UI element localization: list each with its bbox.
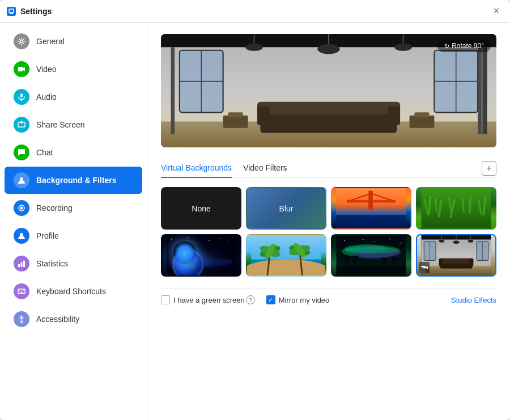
svg-rect-18 — [19, 291, 20, 292]
svg-point-77 — [219, 238, 220, 239]
help-icon[interactable]: ? — [246, 295, 255, 304]
tab-video-filters[interactable]: Video Filters — [243, 159, 287, 178]
svg-rect-44 — [257, 102, 400, 114]
svg-point-97 — [363, 239, 364, 240]
sidebar-item-audio[interactable]: Audio — [5, 83, 142, 111]
settings-window: Settings × General — [0, 0, 510, 420]
svg-point-122 — [439, 240, 444, 243]
keyboard-icon — [14, 283, 29, 299]
general-icon — [14, 33, 29, 49]
sidebar-label-chat: Chat — [36, 148, 53, 157]
svg-rect-127 — [439, 259, 443, 266]
bg-tile-tropical[interactable] — [246, 234, 326, 277]
svg-rect-51 — [478, 47, 482, 134]
tab-virtual-backgrounds[interactable]: Virtual Backgrounds — [161, 159, 232, 178]
bg-tile-space[interactable] — [161, 234, 241, 277]
sidebar-label-video: Video — [36, 65, 57, 74]
svg-rect-105 — [336, 266, 406, 275]
statistics-icon — [14, 256, 29, 271]
svg-point-74 — [180, 243, 180, 244]
bg-tile-aurora[interactable] — [331, 234, 411, 277]
add-background-button[interactable]: + — [482, 161, 496, 176]
sidebar-item-general[interactable]: General — [5, 28, 142, 55]
green-screen-label: I have a green screen — [173, 296, 245, 304]
sidebar-label-statistics: Statistics — [36, 259, 68, 268]
svg-point-22 — [21, 316, 23, 317]
svg-rect-15 — [21, 262, 23, 267]
svg-point-12 — [20, 207, 23, 210]
recording-icon — [14, 200, 29, 216]
sidebar-label-share: Share Screen — [36, 120, 85, 129]
profile-icon — [14, 228, 29, 244]
svg-point-36 — [317, 44, 339, 54]
chat-icon — [14, 145, 29, 160]
svg-point-96 — [344, 240, 345, 241]
sidebar-item-statistics[interactable]: Statistics — [5, 250, 142, 277]
bg-tile-blur[interactable]: Blur — [246, 187, 326, 230]
sidebar-label-background: Background & Filters — [36, 176, 117, 185]
svg-rect-46 — [388, 106, 400, 125]
svg-point-73 — [171, 239, 172, 240]
svg-rect-56 — [336, 215, 406, 228]
sidebar-item-recording[interactable]: Recording — [5, 194, 142, 222]
bg-tile-room[interactable] — [416, 234, 496, 277]
app-icon — [7, 7, 16, 16]
content-area: General Video — [0, 23, 510, 420]
svg-point-80 — [181, 260, 189, 265]
svg-rect-0 — [9, 9, 14, 12]
sidebar-item-video[interactable]: Video — [5, 56, 142, 83]
svg-rect-126 — [439, 258, 474, 264]
sidebar-label-profile: Profile — [36, 231, 59, 240]
svg-point-78 — [228, 241, 228, 242]
backgrounds-grid: None Blur — [161, 187, 496, 277]
svg-rect-53 — [483, 47, 487, 134]
mirror-video-label: Mirror my video — [279, 296, 330, 304]
svg-point-99 — [389, 239, 390, 240]
sidebar-item-background[interactable]: Background & Filters — [5, 167, 142, 194]
sidebar-item-keyboard[interactable]: Keyboard Shortcuts — [5, 278, 142, 305]
sidebar-label-recording: Recording — [36, 203, 73, 213]
add-icon: + — [486, 163, 491, 173]
svg-rect-14 — [18, 264, 20, 267]
svg-point-104 — [345, 247, 398, 253]
svg-rect-5 — [18, 67, 23, 71]
svg-rect-52 — [482, 47, 483, 134]
studio-effects-link[interactable]: Studio Effects — [451, 296, 496, 304]
sidebar-item-share-screen[interactable]: Share Screen — [5, 111, 142, 138]
svg-rect-129 — [421, 266, 426, 270]
share-screen-icon — [14, 117, 29, 133]
mirror-video-checkbox-box[interactable] — [266, 295, 275, 304]
close-button[interactable]: × — [490, 5, 503, 18]
sidebar-item-accessibility[interactable]: Accessibility — [5, 306, 142, 333]
tabs-section: Virtual Backgrounds Video Filters + — [161, 159, 496, 178]
svg-point-120 — [453, 240, 459, 244]
svg-point-75 — [187, 237, 188, 239]
green-screen-checkbox[interactable]: I have a green screen — [161, 295, 245, 304]
sidebar-label-accessibility: Accessibility — [36, 315, 79, 324]
svg-point-76 — [209, 240, 210, 241]
titlebar: Settings × — [0, 0, 510, 23]
svg-point-4 — [20, 40, 23, 43]
audio-icon — [14, 89, 29, 105]
svg-rect-60 — [347, 200, 395, 203]
svg-rect-128 — [470, 259, 474, 266]
svg-rect-6 — [20, 94, 23, 97]
sidebar-item-chat[interactable]: Chat — [5, 139, 142, 166]
rotate-button[interactable]: ↻ Rotate 90° — [437, 40, 491, 52]
svg-rect-19 — [21, 291, 22, 292]
svg-rect-45 — [257, 106, 270, 125]
svg-rect-54 — [171, 47, 175, 134]
svg-point-100 — [400, 243, 401, 244]
bg-tile-grass[interactable] — [416, 187, 496, 230]
bg-tile-none[interactable]: None — [161, 187, 241, 230]
footer-section: I have a green screen ? Mirror my video … — [161, 288, 496, 304]
svg-rect-50 — [414, 112, 429, 117]
close-icon: × — [494, 5, 500, 17]
sidebar-label-general: General — [36, 37, 65, 46]
bg-tile-bridge[interactable] — [331, 187, 411, 230]
mirror-video-checkbox[interactable]: Mirror my video — [266, 295, 330, 304]
green-screen-checkbox-box[interactable] — [161, 295, 170, 304]
titlebar-left: Settings — [7, 7, 52, 16]
sidebar-item-profile[interactable]: Profile — [5, 222, 142, 249]
rotate-icon: ↻ — [444, 43, 449, 50]
